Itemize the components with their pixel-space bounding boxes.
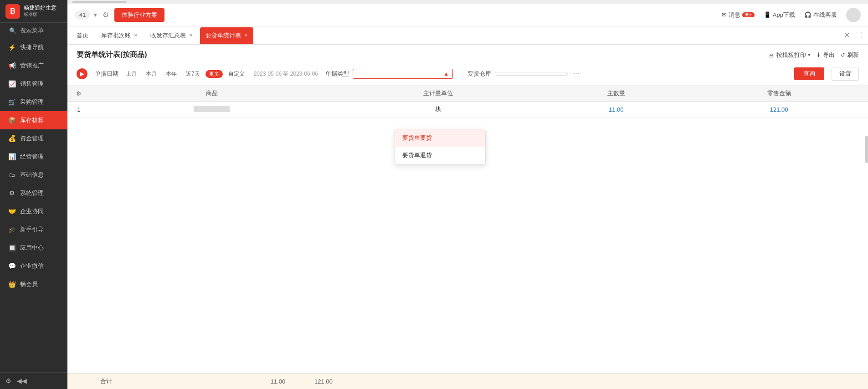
dropdown-order-label: 要货单要货: [402, 134, 432, 141]
sidebar-nav: ⚡ 快捷导航 📢 营销推广 📈 销售管理 🛒 采购管理 📦 库存核算 💰 资金管…: [0, 38, 67, 372]
enterprise-icon: 🤝: [7, 207, 16, 216]
col-header-amount: 零售金额: [690, 86, 868, 102]
message-icon: ✉: [722, 11, 727, 18]
sidebar-item-wechat[interactable]: 💬 企业微信: [0, 257, 67, 275]
header-gear-icon[interactable]: ⚙: [103, 10, 109, 19]
logo-icon: B: [5, 4, 20, 19]
type-filter-label: 单据类型: [325, 70, 349, 78]
col-header-product: 商品: [90, 86, 334, 102]
query-button[interactable]: 查询: [794, 67, 824, 80]
sidebar-item-inventory[interactable]: 📦 库存核算: [0, 111, 67, 129]
tab-inventory-batch[interactable]: 库存批次账 ✕: [96, 27, 143, 44]
type-filter-arrow-icon: ▲: [443, 71, 449, 77]
data-table: ⚙ 商品 主计量单位 主数量 零售金额 1 块: [67, 86, 868, 118]
warehouse-filter-label: 要货仓库: [467, 70, 491, 78]
dropdown-return-label: 要货单退货: [402, 152, 432, 159]
operations-label: 经营管理: [20, 153, 44, 161]
sidebar-item-system[interactable]: ⚙ 系统管理: [0, 184, 67, 202]
footer-quantity: 11.00: [255, 378, 301, 385]
refresh-icon: ↺: [840, 51, 845, 58]
page-header: 要货单统计表(按商品) 🖨 按模板打印 ▾ ⬇ 导出 ↺ 刷新: [67, 45, 868, 63]
tab-collection-summary[interactable]: 收发存汇总表 ✕: [145, 27, 198, 44]
search-label: 搜索菜单: [20, 26, 44, 35]
header-left: 41 ▾ ⚙ 体验行业方案: [75, 8, 164, 22]
sidebar-item-sales[interactable]: 📈 销售管理: [0, 75, 67, 93]
logo-text: 畅捷通好生意 标准版: [24, 5, 56, 18]
tab-order-stats[interactable]: 要货单统计表 ✕: [200, 27, 253, 44]
tab-collection-summary-close[interactable]: ✕: [189, 32, 193, 38]
export-button[interactable]: ⬇ 导出: [816, 51, 835, 59]
online-service-action[interactable]: 🎧 在线客服: [804, 11, 837, 19]
header-right: ✉ 消息 99+ 📱 App下载 🎧 在线客服: [722, 8, 861, 22]
messages-action[interactable]: ✉ 消息 99+: [722, 11, 755, 19]
date-filter-label: 单据日期: [95, 70, 118, 78]
online-service-label: 在线客服: [813, 11, 837, 19]
user-avatar[interactable]: [846, 8, 861, 22]
sidebar-search[interactable]: 🔍 搜索菜单: [0, 23, 67, 38]
warehouse-filter-group: 要货仓库 ···: [467, 70, 579, 78]
sidebar-item-member[interactable]: 👑 畅会员: [0, 275, 67, 293]
print-button[interactable]: 🖨 按模板打印 ▾: [769, 51, 811, 59]
basic-info-icon: 🗂: [7, 170, 16, 179]
app-center-icon: 🔲: [7, 243, 16, 252]
member-label: 畅会员: [20, 280, 38, 288]
tab-home-label: 首页: [77, 31, 88, 40]
tab-order-stats-close[interactable]: ✕: [244, 32, 248, 38]
sidebar-item-enterprise[interactable]: 🤝 企业协同: [0, 202, 67, 220]
date-range-display: 2023-05-06 至 2023-06-06: [254, 70, 318, 78]
date-opt-this-year[interactable]: 本年: [162, 69, 180, 79]
date-opt-custom[interactable]: 自定义: [225, 69, 248, 79]
warehouse-filter-select[interactable]: [495, 72, 568, 76]
dropdown-item-order[interactable]: 要货单要货: [395, 129, 485, 147]
purchase-label: 采购管理: [20, 98, 44, 106]
col-header-gear[interactable]: ⚙: [67, 86, 90, 102]
app-download-action[interactable]: 📱 App下载: [764, 11, 795, 19]
chevron-down-icon[interactable]: ▾: [94, 11, 97, 18]
dropdown-item-return[interactable]: 要货单退货: [395, 147, 485, 164]
settings-bottom-icon[interactable]: ⚙: [5, 377, 11, 384]
tabs-bar: 首页 库存批次账 ✕ 收发存汇总表 ✕ 要货单统计表 ✕ ✕ ⛶: [67, 26, 868, 45]
online-service-icon: 🎧: [804, 11, 812, 18]
app-download-icon: 📱: [764, 11, 771, 18]
tab-home[interactable]: 首页: [71, 27, 94, 44]
purchase-icon: 🛒: [7, 97, 16, 107]
settings-button[interactable]: 设置: [832, 67, 859, 81]
quick-nav-icon: ⚡: [7, 43, 16, 52]
table-gear-icon[interactable]: ⚙: [76, 90, 82, 97]
table-header: ⚙ 商品 主计量单位 主数量 零售金额: [67, 86, 868, 102]
sales-label: 销售管理: [20, 80, 44, 88]
date-opt-last-month[interactable]: 上月: [122, 69, 140, 79]
sidebar-item-guide[interactable]: 🎓 新手引导: [0, 220, 67, 239]
type-filter-select[interactable]: ▲: [353, 69, 453, 79]
expand-tabs-icon[interactable]: ⛶: [853, 30, 864, 41]
member-icon: 👑: [7, 280, 16, 289]
filter-expand-button[interactable]: ▶: [77, 68, 87, 79]
refresh-button[interactable]: ↺ 刷新: [840, 51, 859, 59]
top-scroll-area: [67, 0, 868, 4]
sidebar-item-app-center[interactable]: 🔲 应用中心: [0, 239, 67, 257]
enterprise-label: 企业协同: [20, 207, 44, 215]
date-opt-this-month[interactable]: 本月: [142, 69, 160, 79]
sidebar-item-finance[interactable]: 💰 资金管理: [0, 129, 67, 148]
date-opt-more[interactable]: 更多: [205, 70, 223, 78]
finance-icon: 💰: [7, 134, 16, 143]
scroll-handle: [72, 1, 127, 3]
tab-inventory-batch-close[interactable]: ✕: [134, 32, 138, 38]
close-all-tabs-icon[interactable]: ✕: [842, 29, 852, 41]
date-opt-last-7-days[interactable]: 近7天: [182, 69, 204, 79]
page-title: 要货单统计表(按商品): [77, 50, 147, 60]
collapse-sidebar-icon[interactable]: ◀◀: [17, 377, 27, 384]
right-scroll-handle[interactable]: [865, 136, 868, 163]
sidebar-item-marketing[interactable]: 📢 营销推广: [0, 56, 67, 75]
sidebar-item-basic-info[interactable]: 🗂 基础信息: [0, 166, 67, 184]
date-filter-group: 单据日期 上月 本月 本年 近7天 更多 自定义 2023-05-06 至 20…: [95, 69, 318, 79]
sidebar-item-purchase[interactable]: 🛒 采购管理: [0, 93, 67, 111]
sidebar-item-quick-nav[interactable]: ⚡ 快捷导航: [0, 38, 67, 56]
inventory-icon: 📦: [7, 116, 16, 125]
more-filters-icon[interactable]: ···: [573, 70, 579, 78]
industry-solution-button[interactable]: 体验行业方案: [114, 8, 164, 22]
finance-label: 资金管理: [20, 134, 44, 143]
sidebar-item-operations[interactable]: 📊 经营管理: [0, 148, 67, 166]
basic-info-label: 基础信息: [20, 171, 44, 179]
sidebar-bottom: ⚙ ◀◀: [0, 372, 67, 389]
